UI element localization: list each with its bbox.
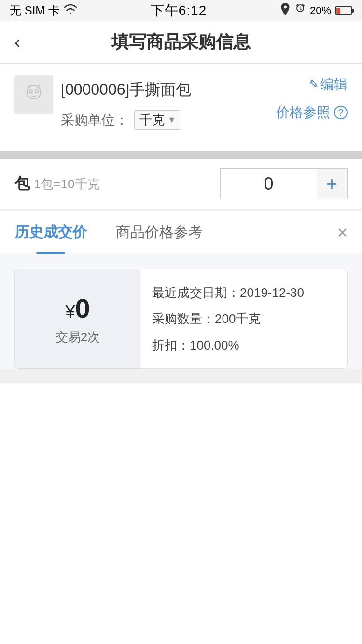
transaction-price: ¥0 xyxy=(65,293,90,324)
carrier-text: 无 SIM 卡 xyxy=(10,3,60,18)
product-header: [0000006]手撕面包 采购单位： 千克 ▼ ✎ 编辑 价格参照 ? xyxy=(14,75,348,130)
unit-value: 千克 xyxy=(139,112,165,128)
battery-icon xyxy=(335,6,352,15)
transaction-price-panel: ¥0 交易2次 xyxy=(15,269,140,368)
status-right: 20% xyxy=(280,3,352,18)
transaction-details: 最近成交日期：2019-12-30 采购数量：200千克 折扣：100.00% xyxy=(140,269,347,368)
transaction-detail-quantity: 采购数量：200千克 xyxy=(152,310,335,327)
quantity-plus-button[interactable]: + xyxy=(317,168,348,199)
unit-dropdown[interactable]: 千克 ▼ xyxy=(134,110,181,130)
page-rest xyxy=(0,383,362,644)
detail-date-label: 最近成交日期： xyxy=(152,285,240,300)
svg-point-3 xyxy=(30,90,32,92)
detail-qty-value: 200千克 xyxy=(215,311,261,326)
status-bar: 无 SIM 卡 下午6:12 20% xyxy=(0,0,362,21)
price-ref-help-icon[interactable]: ? xyxy=(334,106,348,119)
price-ref-link[interactable]: 价格参照 xyxy=(276,103,330,122)
edit-label: 编辑 xyxy=(320,75,348,94)
wifi-icon xyxy=(64,4,77,17)
product-thumbnail xyxy=(14,75,53,114)
back-button[interactable]: ‹ xyxy=(14,32,20,53)
status-time: 下午6:12 xyxy=(151,1,207,20)
product-right: ✎ 编辑 价格参照 ? xyxy=(276,75,348,122)
transaction-detail-date: 最近成交日期：2019-12-30 xyxy=(152,284,335,301)
price-ref-row: 价格参照 ? xyxy=(276,103,348,122)
quantity-conversion: 1包=10千克 xyxy=(34,176,100,193)
currency-symbol: ¥ xyxy=(65,302,75,322)
product-unit-row: 采购单位： 千克 ▼ xyxy=(61,110,191,130)
transaction-times: 交易2次 xyxy=(56,329,100,346)
modal-close-button[interactable]: × xyxy=(337,223,348,243)
quantity-label: 包 1包=10千克 xyxy=(14,173,100,195)
detail-qty-label: 采购数量： xyxy=(152,311,215,326)
transaction-card: ¥0 交易2次 最近成交日期：2019-12-30 采购数量：200千克 折扣：… xyxy=(14,269,348,369)
product-info: [0000006]手撕面包 采购单位： 千克 ▼ xyxy=(61,75,191,130)
quantity-input[interactable] xyxy=(220,168,317,199)
unit-label: 采购单位： xyxy=(61,111,128,129)
edit-icon: ✎ xyxy=(309,78,319,91)
quantity-input-wrap: + xyxy=(220,168,348,199)
alarm-icon xyxy=(294,3,306,18)
product-name: [0000006]手撕面包 xyxy=(61,79,191,100)
modal-panel: 历史成交价 商品价格参考 × ¥0 交易2次 最近成交日期：2019-12-30… xyxy=(0,211,362,369)
modal-tabs: 历史成交价 商品价格参考 × xyxy=(0,211,362,254)
status-left: 无 SIM 卡 xyxy=(10,3,77,18)
page-title: 填写商品采购信息 xyxy=(111,30,251,54)
nav-bar: ‹ 填写商品采购信息 xyxy=(0,21,362,64)
tab-history-price[interactable]: 历史成交价 xyxy=(14,211,87,254)
detail-date-value: 2019-12-30 xyxy=(240,285,304,300)
chevron-down-icon: ▼ xyxy=(167,115,176,125)
detail-discount-value: 100.00% xyxy=(190,338,239,352)
product-left: [0000006]手撕面包 采购单位： 千克 ▼ xyxy=(14,75,191,130)
detail-discount-label: 折扣： xyxy=(152,338,190,352)
tab-product-price-ref[interactable]: 商品价格参考 xyxy=(116,211,203,254)
section-divider xyxy=(0,151,362,159)
price-value: 0 xyxy=(75,293,90,323)
battery-percent: 20% xyxy=(310,4,331,17)
quantity-unit: 包 xyxy=(14,173,30,195)
quantity-row: 包 1包=10千克 + xyxy=(0,159,362,209)
transaction-detail-discount: 折扣：100.00% xyxy=(152,336,335,354)
svg-point-4 xyxy=(36,90,38,92)
edit-button[interactable]: ✎ 编辑 xyxy=(309,75,348,94)
location-icon xyxy=(280,3,291,18)
product-card: [0000006]手撕面包 采购单位： 千克 ▼ ✎ 编辑 价格参照 ? xyxy=(0,64,362,151)
